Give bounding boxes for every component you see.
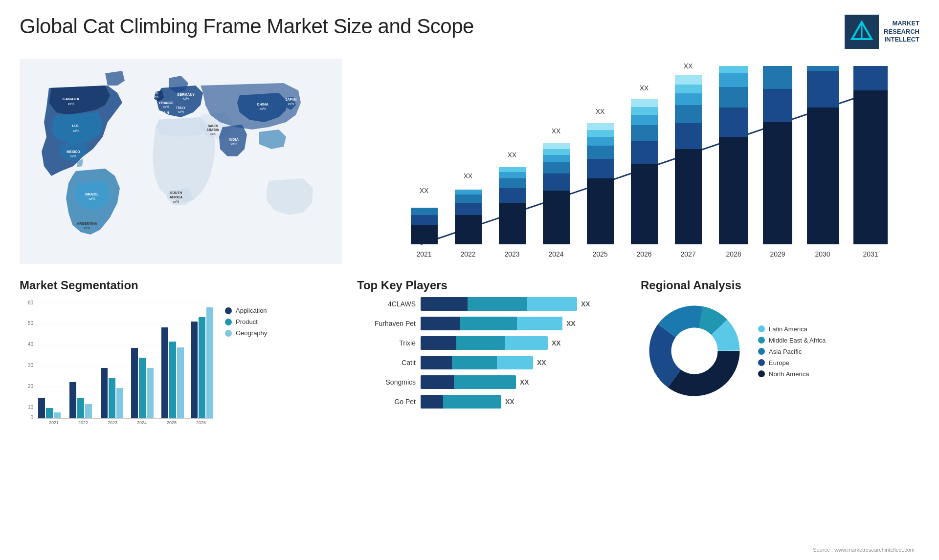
map-label-mexico: MEXICO [67, 150, 80, 153]
svg-rect-60 [807, 66, 839, 71]
svg-text:AFRICA: AFRICA [170, 195, 182, 199]
svg-rect-103 [206, 307, 213, 418]
regional-legend: Latin America Middle East & Africa Asia … [758, 325, 826, 382]
bar-label-2026-xx: XX [640, 84, 649, 92]
svg-rect-27 [543, 173, 570, 191]
bar-year-2031: 2031 [863, 250, 878, 258]
player-name-furhaven: Furhaven Pet [357, 320, 416, 327]
bar-year-2029: 2029 [770, 250, 785, 258]
svg-rect-41 [631, 115, 658, 125]
player-xx-songmics: XX [520, 378, 529, 386]
svg-rect-58 [807, 108, 839, 244]
svg-rect-30 [543, 149, 570, 155]
svg-text:xx%: xx% [72, 129, 79, 132]
svg-text:xx%: xx% [161, 115, 167, 118]
svg-rect-28 [543, 162, 570, 173]
svg-rect-44 [675, 149, 702, 244]
header: Global Cat Climbing Frame Market Size an… [0, 0, 939, 59]
svg-rect-102 [199, 317, 205, 418]
svg-text:xx%: xx% [230, 142, 237, 146]
bar-label-2027-xx: XX [684, 64, 693, 70]
map-label-saudi: SAUDI [208, 124, 218, 128]
map-label-canada: CANADA [63, 97, 80, 101]
player-name-songmics: Songmics [357, 378, 416, 386]
svg-rect-97 [161, 327, 168, 418]
donut-chart [641, 297, 748, 405]
map-label-japan: JAPAN [285, 98, 296, 101]
svg-text:xx%: xx% [178, 110, 184, 113]
svg-rect-99 [177, 347, 184, 418]
svg-rect-81 [38, 398, 45, 418]
svg-rect-31 [543, 143, 570, 149]
svg-text:50: 50 [28, 321, 34, 326]
svg-rect-59 [807, 71, 839, 108]
svg-text:20: 20 [28, 384, 34, 389]
logo-area: MARKET RESEARCH INTELLECT [845, 15, 919, 49]
svg-rect-85 [69, 382, 76, 418]
svg-rect-90 [109, 378, 115, 418]
svg-text:40: 40 [28, 342, 34, 347]
map-label-france: FRANCE [159, 101, 173, 105]
segmentation-chart: 60 50 40 30 20 10 0 2021 [20, 297, 215, 424]
svg-text:2023: 2023 [108, 420, 117, 424]
svg-text:xx%: xx% [153, 95, 159, 99]
legend-latin-america: Latin America [758, 325, 826, 333]
svg-text:2025: 2025 [167, 420, 177, 424]
svg-text:xx%: xx% [288, 102, 294, 106]
svg-text:xx%: xx% [70, 154, 77, 158]
bar-chart-section: XX 2021 XX 2022 XX 2023 XX 20 [352, 59, 919, 269]
svg-text:0: 0 [30, 415, 33, 420]
svg-rect-22 [499, 188, 526, 203]
player-row-gopet: Go Pet XX [357, 395, 631, 409]
player-bar-wrap-songmics: XX [421, 375, 631, 389]
svg-text:xx%: xx% [84, 226, 90, 230]
bar-2021-seg2 [411, 215, 438, 225]
bar-year-2030: 2030 [815, 250, 830, 258]
svg-rect-94 [139, 358, 146, 418]
player-bar-songmics [421, 375, 516, 389]
regional-section: Regional Analysis [641, 279, 919, 545]
players-bars: 4CLAWS XX Furhaven Pet [357, 297, 631, 409]
svg-text:ARABIA: ARABIA [206, 128, 219, 131]
segmentation-section: Market Segmentation 60 50 40 30 20 10 0 [20, 279, 342, 545]
legend-label-north-america: North America [769, 370, 809, 378]
map-label-china: CHINA [257, 102, 268, 107]
player-row-trixie: Trixie XX [357, 336, 631, 350]
bar-2022-seg4 [455, 190, 482, 194]
bar-2022-seg1 [455, 215, 482, 244]
svg-text:2024: 2024 [137, 420, 147, 424]
player-row-4claws: 4CLAWS XX [357, 297, 631, 311]
svg-rect-38 [631, 164, 658, 244]
logo-text: MARKET RESEARCH INTELLECT [884, 20, 919, 44]
svg-rect-23 [499, 178, 526, 188]
bar-year-2024: 2024 [548, 250, 563, 258]
bar-2021-seg1 [411, 225, 438, 244]
legend-dot-geography [225, 330, 232, 337]
svg-rect-91 [116, 388, 123, 418]
bar-2021-seg3 [411, 208, 438, 215]
legend-north-america: North America [758, 370, 826, 378]
bar-year-2027: 2027 [680, 250, 695, 258]
svg-rect-45 [675, 123, 702, 149]
bar-label-2024-xx: XX [552, 127, 561, 135]
donut-wrap: Latin America Middle East & Africa Asia … [641, 297, 919, 405]
page-title: Global Cat Climbing Frame Market Size an… [20, 15, 474, 38]
legend-label-europe: Europe [769, 359, 789, 366]
bar-label-2023-xx: XX [508, 151, 517, 159]
player-bar-wrap-gopet: XX [421, 395, 631, 409]
svg-rect-98 [169, 342, 176, 418]
svg-rect-83 [54, 412, 61, 418]
svg-rect-50 [719, 137, 748, 244]
player-xx-furhaven: XX [566, 320, 576, 327]
legend-dot-product [225, 319, 232, 325]
player-bar-catit [421, 356, 533, 369]
svg-rect-86 [77, 398, 84, 418]
player-row-catit: Catit XX [357, 356, 631, 369]
svg-rect-47 [675, 93, 702, 105]
player-xx-gopet: XX [505, 398, 514, 406]
key-players-title: Top Key Players [357, 279, 631, 292]
legend-dot-me [758, 337, 765, 344]
svg-text:10: 10 [28, 405, 34, 410]
player-xx-trixie: XX [552, 339, 561, 347]
svg-rect-33 [587, 159, 614, 178]
